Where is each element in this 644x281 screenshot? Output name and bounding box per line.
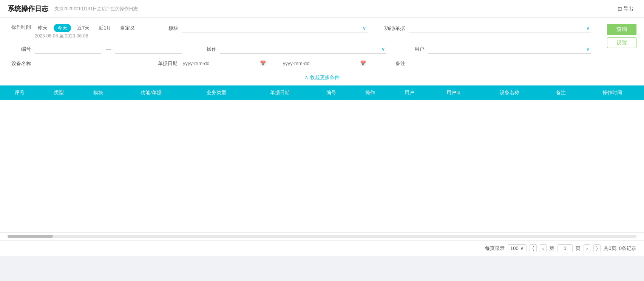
filter-area: 操作时间 昨天 今天 近7天 近1月 自定义 2023-06-06 至 2023… <box>0 18 644 85</box>
number-range-sep: — <box>103 47 114 52</box>
empty-area <box>0 100 644 232</box>
number-label: 编号 <box>8 46 35 53</box>
export-button[interactable]: ⊡ 导出 <box>615 4 636 14</box>
date-range-sep: — <box>269 61 280 67</box>
collapse-icon: ∧ <box>304 75 309 80</box>
user-select-wrapper: ∨ <box>428 45 591 54</box>
col-operation: 操作 <box>351 85 390 100</box>
number-to-input[interactable] <box>115 45 182 54</box>
collapse-label: 收起更多条件 <box>310 75 340 80</box>
settings-button[interactable]: 设置 <box>607 37 636 48</box>
action-buttons: 查询 设置 <box>607 24 636 48</box>
col-device: 设备名称 <box>478 85 541 100</box>
total-info: 共0页, 0条记录 <box>604 245 636 252</box>
time-range-display: 2023-06-06 至 2023-06-06 <box>35 33 138 39</box>
export-icon: ⊡ <box>618 6 622 12</box>
module-select-wrapper: ∨ <box>182 24 368 33</box>
col-user: 用户 <box>390 85 429 100</box>
scrollbar-thumb[interactable] <box>8 235 53 238</box>
page-label: 第 <box>550 245 554 252</box>
page-subtitle: 支持2020年10月31日之后产生的操作日志 <box>54 6 138 12</box>
device-label: 设备名称 <box>8 60 35 67</box>
number-from-input[interactable] <box>35 45 101 54</box>
col-module: 模块 <box>79 85 118 100</box>
operation-label: 操作 <box>193 46 220 53</box>
collapse-bar[interactable]: ∧ 收起更多条件 <box>8 72 636 82</box>
page-size-arrow-icon: ∨ <box>520 245 524 251</box>
date-from-input[interactable] <box>181 59 267 68</box>
col-biz-type: 业务类型 <box>184 85 248 100</box>
function-select[interactable] <box>409 24 591 33</box>
table-area: 序号 类型 模块 功能/单据 业务类型 单据日期 编号 操作 用户 用户ip 设… <box>0 85 644 232</box>
page-size-value: 100 <box>510 245 519 251</box>
user-select[interactable] <box>428 45 591 53</box>
col-type: 类型 <box>39 85 79 100</box>
table-header: 序号 类型 模块 功能/单据 业务类型 单据日期 编号 操作 用户 用户ip 设… <box>0 85 644 100</box>
col-remark: 备注 <box>541 85 581 100</box>
page-unit: 页 <box>576 245 581 252</box>
col-number: 编号 <box>312 85 351 100</box>
module-label: 模块 <box>155 25 182 32</box>
date-from-wrapper: 📅 <box>181 59 267 68</box>
operation-select-wrapper: ∨ <box>220 45 386 54</box>
data-table: 序号 类型 模块 功能/单据 业务类型 单据日期 编号 操作 用户 用户ip 设… <box>0 85 644 100</box>
pagination-area: 每页显示 100 ∨ ⟨ ‹ 第 页 › ⟩ 共0页, 0条记录 <box>0 240 644 256</box>
scrollbar-track <box>8 235 636 238</box>
query-button[interactable]: 查询 <box>607 24 636 35</box>
prev-page-button[interactable]: ‹ <box>540 244 547 252</box>
time-filter: 昨天 今天 近7天 近1月 自定义 2023-06-06 至 2023-06-0… <box>35 24 138 39</box>
col-user-ip: 用户ip <box>429 85 478 100</box>
date-to-input[interactable] <box>281 59 368 68</box>
col-doc-date: 单据日期 <box>248 85 312 100</box>
time-btn-7days[interactable]: 近7天 <box>74 24 93 32</box>
operation-select[interactable] <box>220 45 386 53</box>
col-function: 功能/单据 <box>117 85 184 100</box>
user-label: 用户 <box>398 46 428 53</box>
page-title: 系统操作日志 <box>8 4 48 13</box>
next-page-button[interactable]: › <box>584 244 590 252</box>
page-size-select[interactable]: 100 ∨ <box>508 244 527 252</box>
time-label: 操作时间 <box>8 24 35 31</box>
export-label: 导出 <box>624 5 633 12</box>
time-btn-today[interactable]: 今天 <box>54 24 71 32</box>
horizontal-scrollbar[interactable] <box>0 232 644 240</box>
col-seq: 序号 <box>0 85 39 100</box>
function-select-wrapper: ∨ <box>409 24 591 33</box>
first-page-button[interactable]: ⟨ <box>530 244 537 252</box>
device-input[interactable] <box>35 59 144 68</box>
doc-date-label: 单据日期 <box>155 60 181 67</box>
page-size-label: 每页显示 <box>485 245 505 252</box>
module-select[interactable] <box>182 24 368 33</box>
col-op-time: 操作时间 <box>581 85 644 100</box>
function-label: 功能/单据 <box>379 25 409 32</box>
last-page-button[interactable]: ⟩ <box>593 244 601 252</box>
page-header: 系统操作日志 支持2020年10月31日之后产生的操作日志 ⊡ 导出 <box>0 0 644 18</box>
time-btn-1month[interactable]: 近1月 <box>96 24 114 32</box>
remark-input[interactable] <box>409 59 591 68</box>
time-btn-custom[interactable]: 自定义 <box>117 24 138 32</box>
page-number-input[interactable] <box>558 244 573 252</box>
time-btn-yesterday[interactable]: 昨天 <box>35 24 51 32</box>
remark-label: 备注 <box>379 60 409 67</box>
date-to-wrapper: 📅 <box>281 59 368 68</box>
